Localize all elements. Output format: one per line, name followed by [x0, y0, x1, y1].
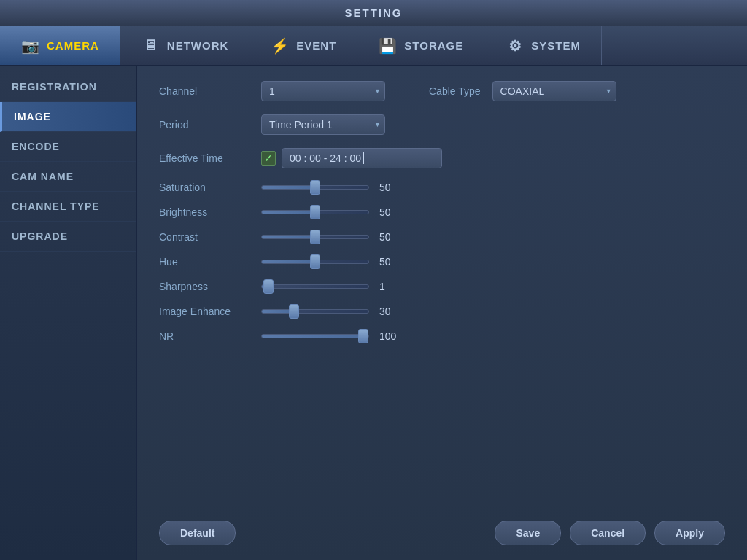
nav-system[interactable]: ⚙ SYSTEM — [484, 26, 602, 65]
nr-row: NR 100 — [159, 330, 725, 342]
effective-time-checkbox[interactable]: ✓ — [261, 151, 276, 166]
effective-time-input[interactable]: 00 : 00 - 24 : 00 — [282, 148, 442, 168]
sidebar-item-image[interactable]: IMAGE — [0, 102, 136, 132]
top-nav: 📷 CAMERA 🖥 NETWORK ⚡ EVENT 💾 STORAGE ⚙ S… — [0, 26, 747, 66]
storage-icon: 💾 — [378, 36, 398, 56]
brightness-fill — [262, 211, 315, 214]
period-dropdown-wrap: Time Period 1 — [261, 114, 385, 135]
nr-track[interactable] — [261, 334, 369, 338]
channel-dropdown-wrap: 1 — [261, 81, 385, 101]
nav-event[interactable]: ⚡ EVENT — [249, 26, 357, 65]
contrast-row: Contrast 50 — [159, 231, 725, 243]
main-layout: REGISTRATION IMAGE ENCODE CAM NAME CHANN… — [0, 66, 747, 560]
cursor-indicator — [363, 152, 364, 164]
sharpness-row: Sharpness 1 — [159, 281, 725, 292]
hue-fill — [262, 260, 315, 263]
saturation-label: Saturation — [159, 182, 261, 193]
saturation-thumb[interactable] — [310, 180, 320, 195]
sidebar-item-encode[interactable]: ENCODE — [0, 132, 136, 162]
hue-slider-wrap: 50 — [261, 256, 401, 268]
sidebar: REGISTRATION IMAGE ENCODE CAM NAME CHANN… — [0, 66, 137, 560]
contrast-slider-wrap: 50 — [261, 231, 401, 243]
nav-camera[interactable]: 📷 CAMERA — [0, 26, 120, 65]
content-area: Channel 1 Cable Type COAXIAL Period — [137, 66, 747, 560]
nr-value: 100 — [379, 330, 401, 342]
cancel-button[interactable]: Cancel — [570, 521, 646, 545]
contrast-label: Contrast — [159, 231, 261, 243]
saturation-fill — [262, 186, 315, 189]
nr-label: NR — [159, 330, 261, 342]
saturation-value: 50 — [379, 182, 401, 193]
brightness-track[interactable] — [261, 210, 369, 214]
brightness-value: 50 — [379, 206, 401, 218]
hue-thumb[interactable] — [310, 254, 320, 269]
bottom-bar: Default Save Cancel Apply — [137, 521, 747, 545]
effective-time-row: Effective Time ✓ 00 : 00 - 24 : 00 — [159, 148, 725, 168]
camera-icon: 📷 — [20, 36, 41, 56]
brightness-row: Brightness 50 — [159, 206, 725, 218]
contrast-track[interactable] — [261, 235, 369, 239]
brightness-thumb[interactable] — [310, 205, 320, 219]
hue-track[interactable] — [261, 260, 369, 264]
period-control: Time Period 1 — [261, 114, 385, 135]
image-enhance-slider-wrap: 30 — [261, 306, 401, 317]
network-icon: 🖥 — [141, 36, 161, 56]
checkmark-icon: ✓ — [264, 153, 273, 163]
period-dropdown[interactable]: Time Period 1 — [261, 114, 385, 135]
image-enhance-track[interactable] — [261, 309, 369, 314]
channel-dropdown[interactable]: 1 — [261, 81, 385, 101]
period-row: Period Time Period 1 — [159, 114, 725, 135]
effective-time-value: 00 : 00 - 24 : 00 — [290, 152, 361, 164]
contrast-thumb[interactable] — [310, 230, 320, 244]
hue-label: Hue — [159, 256, 261, 268]
title-bar: SETTING — [0, 0, 747, 26]
contrast-fill — [262, 236, 315, 238]
cable-type-dropdown[interactable]: COAXIAL — [492, 81, 616, 101]
cable-type-label: Cable Type — [429, 85, 481, 97]
action-buttons: Save Cancel Apply — [495, 521, 725, 545]
nav-network[interactable]: 🖥 NETWORK — [120, 26, 250, 65]
sharpness-label: Sharpness — [159, 281, 261, 292]
sidebar-item-channel-type[interactable]: CHANNEL TYPE — [0, 192, 136, 222]
image-enhance-row: Image Enhance 30 — [159, 306, 725, 317]
nr-thumb[interactable] — [358, 329, 368, 343]
event-icon: ⚡ — [270, 36, 290, 56]
saturation-track[interactable] — [261, 185, 369, 190]
sidebar-item-upgrade[interactable]: UPGRADE — [0, 222, 136, 252]
image-enhance-thumb[interactable] — [289, 304, 299, 319]
nav-network-label: NETWORK — [167, 39, 229, 52]
sharpness-slider-wrap: 1 — [261, 281, 401, 292]
nav-system-label: SYSTEM — [531, 39, 581, 52]
image-enhance-value: 30 — [379, 306, 401, 317]
brightness-slider-wrap: 50 — [261, 206, 401, 218]
save-button[interactable]: Save — [495, 521, 561, 545]
sidebar-item-registration[interactable]: REGISTRATION — [0, 72, 136, 102]
apply-button[interactable]: Apply — [654, 521, 725, 545]
sharpness-thumb[interactable] — [263, 279, 274, 294]
sharpness-track[interactable] — [261, 284, 369, 289]
app-title: SETTING — [344, 7, 402, 19]
channel-cable-row: Channel 1 Cable Type COAXIAL — [159, 81, 725, 101]
cable-type-dropdown-wrap: COAXIAL — [492, 81, 616, 101]
channel-label: Channel — [159, 85, 261, 97]
default-button[interactable]: Default — [159, 521, 236, 545]
image-enhance-label: Image Enhance — [159, 306, 261, 317]
cable-type-section: Cable Type COAXIAL — [429, 81, 616, 101]
nr-fill — [262, 335, 368, 338]
nav-storage-label: STORAGE — [404, 39, 463, 52]
channel-control: 1 — [261, 81, 385, 101]
nav-storage[interactable]: 💾 STORAGE — [357, 26, 484, 65]
contrast-value: 50 — [379, 231, 401, 243]
system-icon: ⚙ — [505, 36, 525, 56]
nav-camera-label: CAMERA — [47, 39, 99, 52]
effective-time-label: Effective Time — [159, 152, 261, 164]
hue-row: Hue 50 — [159, 256, 725, 268]
saturation-slider-wrap: 50 — [261, 182, 401, 193]
sidebar-item-cam-name[interactable]: CAM NAME — [0, 162, 136, 192]
period-label: Period — [159, 119, 261, 131]
nr-slider-wrap: 100 — [261, 330, 401, 342]
sharpness-value: 1 — [379, 281, 401, 292]
hue-value: 50 — [379, 256, 401, 268]
brightness-label: Brightness — [159, 206, 261, 218]
nav-event-label: EVENT — [296, 39, 336, 52]
